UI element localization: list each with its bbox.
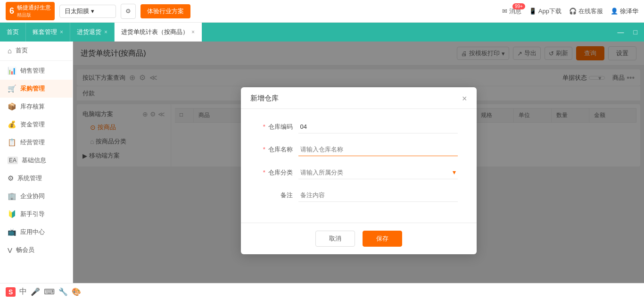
modal-header: 新增仓库 × [241,87,477,109]
sidebar: ⌂ 首页 📊 销售管理 🛒 采购管理 📦 库存核算 💰 资金管理 📋 经营管理 … [0,42,73,300]
message-button[interactable]: ✉ 消息 99+ [502,7,521,16]
sidebar-item-vip[interactable]: V 畅会员 [0,241,73,259]
name-input[interactable] [298,143,458,156]
sidebar-item-newbie[interactable]: 🔰 新手引导 [0,205,73,223]
category-select[interactable]: ▾ [298,166,458,179]
tab-account-close[interactable]: × [60,29,63,35]
sidebar-item-management-label: 经营管理 [20,138,45,147]
form-row-name: * 仓库名称 [260,143,458,156]
modal-title: 新增仓库 [250,94,279,103]
logo-text-block: 畅捷通好生意 精品版 [17,4,51,18]
sidebar-item-app-center-label: 应用中心 [20,228,45,236]
sidebar-item-home-label: 首页 [16,46,28,55]
sidebar-item-basic-info[interactable]: EA 基础信息 [0,151,73,169]
app-download-button[interactable]: 📱 App下载 [529,7,561,16]
finance-icon: 💰 [8,120,17,129]
user-name: 徐泽华 [620,7,638,16]
user-info[interactable]: 👤 徐泽华 [611,7,638,16]
code-required-mark: * [263,123,265,130]
remark-label-text: 备注 [281,192,293,199]
tab-purchase-stats[interactable]: 进货单统计表（按商品） × [115,23,202,42]
code-label: * 仓库编码 [260,123,293,131]
modal-footer: 取消 保存 [241,223,477,254]
window-min-button[interactable]: — [615,27,627,37]
save-button[interactable]: 保存 [363,231,402,247]
modal-close-button[interactable]: × [462,94,467,103]
inventory-icon: 📦 [8,102,17,111]
sidebar-item-enterprise-label: 企业协同 [20,192,45,200]
gear-icon: ⚙ [125,8,131,15]
modal-overlay: 新增仓库 × * 仓库编码 * [73,42,644,300]
sidebar-item-sales-label: 销售管理 [20,67,45,75]
modal-body: * 仓库编码 * 仓库名称 [241,109,477,223]
category-select-input[interactable] [300,169,453,176]
nav-tabs-right: — □ [615,27,644,37]
store-selector[interactable]: 日太阳膜 ▾ [59,5,116,18]
basic-info-icon: EA [8,157,18,164]
keyboard-icon[interactable]: ⌨ [44,287,55,296]
vip-icon: V [8,246,12,254]
category-required-mark: * [263,169,265,176]
tab-purchase-stats-label: 进货单统计表（按商品） [121,28,189,36]
tab-account-label: 账套管理 [33,28,57,36]
sidebar-item-sales[interactable]: 📊 销售管理 [0,62,73,80]
header-right: ✉ 消息 99+ 📱 App下载 🎧 在线客服 👤 徐泽华 [502,7,638,16]
name-required-mark: * [263,146,265,153]
name-label-text: 仓库名称 [268,146,293,153]
remark-input[interactable] [298,189,458,202]
form-row-category: * 仓库分类 ▾ [260,166,458,179]
content-area: 进货单统计(按商品) 🖨 按模板打印 ▾ ↗ 导出 ↺ 刷新 查询 设置 [73,42,644,300]
bottom-logo: S [6,287,16,297]
sidebar-item-app-center[interactable]: 📺 应用中心 [0,223,73,241]
avatar-icon: 👤 [611,8,618,15]
form-row-remark: 备注 [260,189,458,202]
mic-icon[interactable]: 🎤 [31,287,40,296]
logo-sub-text: 精品版 [17,12,51,18]
management-icon: 📋 [8,138,17,147]
window-max-button[interactable]: □ [631,27,640,37]
tools-icon[interactable]: 🔧 [58,287,68,296]
sidebar-item-home[interactable]: ⌂ 首页 [0,42,73,59]
mobile-icon: 📱 [529,8,537,15]
tab-purchase-stats-close[interactable]: × [191,29,195,35]
chinese-char-icon[interactable]: 中 [19,287,27,297]
code-label-text: 仓库编码 [268,123,293,130]
sidebar-item-inventory[interactable]: 📦 库存核算 [0,98,73,116]
sidebar-item-purchase[interactable]: 🛒 采购管理 [0,80,73,98]
cancel-button[interactable]: 取消 [315,231,355,247]
sidebar-item-enterprise[interactable]: 🏢 企业协同 [0,187,73,205]
sidebar-item-purchase-label: 采购管理 [20,84,45,93]
category-arrow-icon: ▾ [453,168,456,176]
headset-icon: 🎧 [569,8,577,15]
online-service-button[interactable]: 🎧 在线客服 [569,7,603,16]
purchase-icon: 🛒 [8,84,17,93]
sidebar-item-management[interactable]: 📋 经营管理 [0,133,73,151]
main-layout: ⌂ 首页 📊 销售管理 🛒 采购管理 📦 库存核算 💰 资金管理 📋 经营管理 … [0,42,644,300]
category-label: * 仓库分类 [260,168,293,177]
nav-tabs: 首页 账套管理 × 进货退货 × 进货单统计表（按商品） × — □ [0,23,644,42]
app-download-label: App下载 [538,7,561,16]
app-center-icon: 📺 [8,228,17,236]
color-icon[interactable]: 🎨 [72,287,81,296]
tab-purchase-return[interactable]: 进货退货 × [70,23,115,42]
tab-purchase-return-close[interactable]: × [104,29,107,35]
tab-account[interactable]: 账套管理 × [26,23,70,42]
online-service-label: 在线客服 [578,7,603,16]
home-icon: ⌂ [8,47,12,55]
sidebar-item-finance[interactable]: 💰 资金管理 [0,116,73,133]
tab-home[interactable]: 首页 [0,23,26,42]
trial-button[interactable]: 体验行业方案 [140,4,190,18]
sidebar-item-system[interactable]: ⚙ 系统管理 [0,169,73,187]
remark-label: 备注 [260,191,293,200]
settings-gear-button[interactable]: ⚙ [121,4,136,19]
new-warehouse-modal: 新增仓库 × * 仓库编码 * [241,87,477,254]
message-icon: ✉ [502,8,507,15]
tab-home-label: 首页 [7,28,19,36]
bottom-bar: S 中 🎤 ⌨ 🔧 🎨 [0,283,644,300]
sidebar-item-system-label: 系统管理 [17,174,42,183]
code-input[interactable] [298,120,458,133]
top-header: 6 畅捷通好生意 精品版 日太阳膜 ▾ ⚙ 体验行业方案 ✉ 消息 99+ 📱 … [0,0,644,23]
system-icon: ⚙ [8,174,14,183]
dropdown-arrow-icon: ▾ [91,8,94,15]
sidebar-item-vip-label: 畅会员 [16,246,34,254]
